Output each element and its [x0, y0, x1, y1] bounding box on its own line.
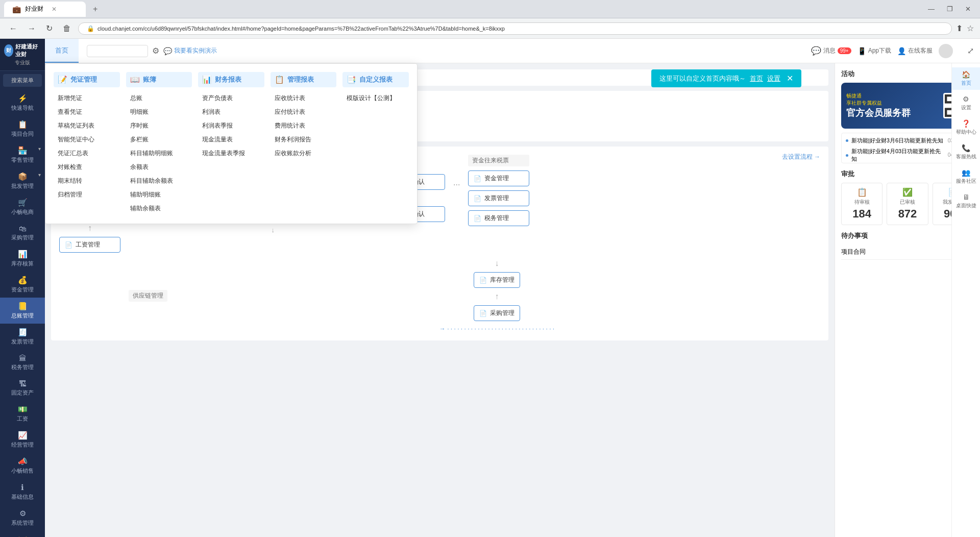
dropdown-item-add-voucher[interactable]: 新增凭证 [54, 91, 120, 105]
sidebar-search-btn[interactable]: 搜索菜单 [3, 74, 42, 87]
dropdown-col-header-financial[interactable]: 📊 财务报表 [198, 72, 264, 87]
flow-box-purchase[interactable]: 📄 采购管理 [474, 305, 520, 321]
dropdown-item-balance-table[interactable]: 余额表 [126, 160, 192, 174]
right-quick-home[interactable]: 🏠 首页 [952, 67, 980, 90]
dropdown-item-receivable-stat[interactable]: 应收统计表 [271, 91, 337, 105]
dropdown-item-receivable-analysis[interactable]: 应收账款分析 [271, 147, 337, 160]
online-service-btn[interactable]: 👤 在线客服 [897, 46, 933, 55]
news-item-2[interactable]: 新功能|好业财4月03日功能更新抢先知 04月03日 [846, 146, 969, 163]
dropdown-item-profit[interactable]: 利润表 [198, 105, 264, 119]
dropdown-col-header-custom[interactable]: 📑 自定义报表 [342, 72, 409, 87]
dropdown-item-seq-ledger[interactable]: 序时账 [126, 119, 192, 133]
app-download-btn[interactable]: 📱 App下载 [857, 46, 891, 55]
dropdown-item-aux-detail[interactable]: 辅助明细账 [126, 188, 192, 202]
sidebar-nav-item-operations[interactable]: 📈 经营管理 [0, 427, 45, 453]
dropdown-item-general-ledger[interactable]: 总账 [126, 91, 192, 105]
sidebar-nav-item-retail[interactable]: 🏪 零售管理 ▾ [0, 142, 45, 168]
sidebar-nav-item-ledger[interactable]: 📒 总账管理 [0, 298, 45, 324]
dropdown-item-voucher-summary[interactable]: 凭证汇总表 [54, 147, 120, 160]
tab-home[interactable]: 首页 [45, 39, 79, 63]
flow-box-payroll[interactable]: 📄 工资管理 [59, 237, 120, 253]
sidebar-nav-item-payroll[interactable]: 💵 工资 [0, 401, 45, 427]
dropdown-col-header-books[interactable]: 📖 账簿 [126, 72, 192, 87]
window-maximize[interactable]: ❐ [942, 3, 958, 15]
dropdown-item-subject-balance[interactable]: 科目辅助余额表 [126, 174, 192, 188]
bookmark-btn[interactable]: ⬆ [956, 23, 963, 33]
star-btn[interactable]: ☆ [967, 23, 974, 33]
sidebar-search[interactable]: 搜索菜单 [0, 71, 45, 90]
sidebar-nav-item-purchase[interactable]: 🛍 采购管理 [0, 220, 45, 246]
set-flow-btn[interactable]: 去设置流程 → [782, 153, 820, 161]
new-tab-btn[interactable]: + [88, 3, 103, 16]
dropdown-item-cashflow[interactable]: 现金流量表 [198, 133, 264, 147]
sidebar-nav-item-assets[interactable]: 🏗 固定资产 [0, 375, 45, 401]
sidebar-nav-item-project[interactable]: 📋 项目合同 [0, 116, 45, 142]
dropdown-item-view-voucher[interactable]: 查看凭证 [54, 105, 120, 119]
sidebar-nav-item-sales[interactable]: 📣 小畅销售 [0, 453, 45, 479]
dropdown-item-expense-stat[interactable]: 费用统计表 [271, 119, 337, 133]
dropdown-item-period-end[interactable]: 期末结转 [54, 174, 120, 188]
dropdown-item-multi-ledger[interactable]: 多栏账 [126, 133, 192, 147]
news-item-1[interactable]: 新功能|好业财3月6日功能更新抢先知 03月06日 [846, 135, 969, 146]
window-close[interactable]: ✕ [960, 3, 976, 15]
demo-link[interactable]: 💬 我要看实例演示 [163, 46, 217, 55]
sidebar-nav-item-system[interactable]: ⚙ 系统管理 [0, 505, 45, 531]
browser-tab[interactable]: 💼 好业财 ✕ [4, 2, 86, 17]
dropdown-item-finance-profit[interactable]: 财务利润报告 [271, 133, 337, 147]
right-quick-settings[interactable]: ⚙ 设置 [952, 92, 980, 114]
approval-card-pending[interactable]: 📋 待审核 184 [841, 183, 883, 225]
dropdown-item-draft-voucher[interactable]: 草稿凭证列表 [54, 119, 120, 133]
sidebar-nav-item-tax[interactable]: 🏛 税务管理 [0, 350, 45, 375]
delete-btn[interactable]: 🗑 [60, 22, 74, 35]
sidebar-nav-item-invoice[interactable]: 🧾 发票管理 [0, 324, 45, 350]
flow-box-tax-mgmt[interactable]: 📄 税务管理 [468, 210, 529, 226]
right-quick-desktop[interactable]: 🖥 桌面快捷 [952, 190, 980, 212]
sidebar-nav-item-collab[interactable]: 🤝 企业协同 [0, 531, 45, 537]
sidebar-nav-item-ecommerce[interactable]: 🛒 小畅电商 [0, 194, 45, 220]
dropdown-col-header-management[interactable]: 📋 管理报表 [271, 72, 337, 87]
sidebar-logo: 财 好建通好业财 专业版 [0, 39, 45, 71]
sidebar-nav-item-basic[interactable]: ℹ 基础信息 [0, 479, 45, 505]
sidebar-nav-item-inventory[interactable]: 📊 库存核算 [0, 246, 45, 272]
right-quick-help[interactable]: ❓ 帮助中心 [952, 116, 980, 139]
back-btn[interactable]: ← [6, 22, 20, 35]
flow-box-capital-mgmt[interactable]: 📄 资金管理 [468, 170, 529, 186]
right-quick-community[interactable]: 👥 服务社区 [952, 165, 980, 188]
dropdown-item-profit-quarterly[interactable]: 利润表季报 [198, 119, 264, 133]
dropdown-item-balance-sheet[interactable]: 资产负债表 [198, 91, 264, 105]
flow-box-inventory[interactable]: 📄 库存管理 [474, 272, 520, 288]
dropdown-item-reconcile[interactable]: 对账检查 [54, 160, 120, 174]
address-bar[interactable]: 🔒 cloud.chanjet.com/cc/u6d89qwnryel/57bf… [78, 22, 952, 35]
right-quick-service[interactable]: 📞 客服热线 [952, 141, 980, 163]
expand-btn[interactable]: ⤢ [961, 42, 980, 60]
approval-card-approved[interactable]: ✅ 已审核 872 [887, 183, 928, 225]
dropdown-item-detail-ledger[interactable]: 明细账 [126, 105, 192, 119]
financial-icon: 📊 [202, 75, 212, 84]
window-minimize[interactable]: — [923, 3, 940, 15]
dropdown-col-books: 📖 账簿 总账 明细账 序时账 多栏账 科目辅助明细账 余额表 科目辅助余额表 … [126, 72, 192, 215]
dropdown-item-archive[interactable]: 归档管理 [54, 188, 120, 202]
forward-btn[interactable]: → [24, 22, 39, 35]
dropdown-item-smart-voucher[interactable]: 智能凭证中心 [54, 133, 120, 147]
tab-close[interactable]: ✕ [52, 6, 57, 13]
top-search-input[interactable] [87, 45, 148, 57]
dropdown-item-aux-balance[interactable]: 辅助余额表 [126, 202, 192, 215]
settings-btn[interactable]: ⚙ [152, 46, 159, 56]
sidebar-nav-item-quick[interactable]: ⚡ 快速导航 [0, 90, 45, 116]
dropdown-item-subject-detail[interactable]: 科目辅助明细账 [126, 147, 192, 160]
tooltip-close-btn[interactable]: ✕ [787, 74, 793, 83]
reload-btn[interactable]: ↻ [43, 21, 56, 35]
tooltip-home-link[interactable]: 首页 [750, 74, 763, 83]
user-avatar[interactable] [939, 44, 953, 58]
notification-btn[interactable]: 💬 消息 99+ [811, 46, 851, 56]
sidebar-nav-item-wholesale[interactable]: 📦 批发管理 ▾ [0, 168, 45, 194]
sidebar-nav-item-capital[interactable]: 💰 资金管理 [0, 272, 45, 298]
flow-box-invoice-mgmt[interactable]: 📄 发票管理 [468, 190, 529, 206]
tooltip-settings-link[interactable]: 设置 [767, 74, 780, 83]
right-quick-links: 🏠 首页 ⚙ 设置 ❓ 帮助中心 📞 客服热线 👥 服务社区 🖥 桌面快捷 [951, 63, 980, 537]
dropdown-col-header-voucher[interactable]: 📝 凭证管理 [54, 72, 120, 87]
dropdown-item-payable-stat[interactable]: 应付统计表 [271, 105, 337, 119]
dropdown-item-template-design[interactable]: 模版设计【公测】 [342, 91, 409, 105]
dropdown-item-cashflow-quarterly[interactable]: 现金流量表季报 [198, 147, 264, 160]
tooltip-banner: 这里可以自定义首页内容哦～ 首页 设置 ✕ [651, 69, 801, 87]
